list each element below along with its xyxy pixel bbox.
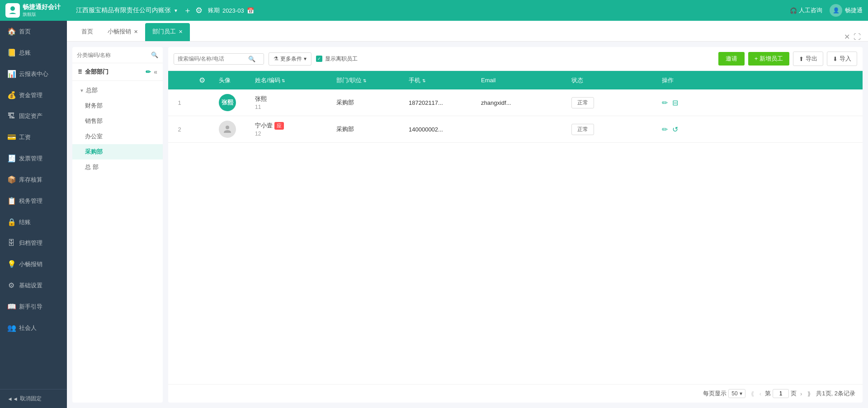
service-label: 人工咨询	[799, 6, 822, 14]
dept-sort-icon[interactable]: ⇅	[363, 79, 367, 83]
search-icon[interactable]: 🔍	[248, 56, 255, 62]
cancel-fixed-button[interactable]: ◄◄ 取消固定	[0, 389, 67, 408]
employee-table-container: ⚙ 头像 姓名/编码 ⇅ 部门/职位 ⇅	[168, 71, 863, 384]
status-badge: 正常	[571, 97, 594, 108]
user-avatar: 👤	[830, 4, 842, 17]
import-button[interactable]: ⬇ 导入	[827, 52, 857, 66]
dept-item-office[interactable]: 办公室	[72, 129, 163, 144]
user-area[interactable]: 👤 畅捷通	[830, 4, 863, 17]
export-button[interactable]: ⬆ 导出	[793, 52, 823, 66]
dept-item-hq2[interactable]: 总 部	[72, 159, 163, 175]
sidebar-item-tax[interactable]: 📋 税务管理	[0, 190, 67, 211]
edit-employee-button[interactable]: ✏	[662, 125, 668, 134]
dept-item-hq-parent[interactable]: ▼ 总部	[72, 83, 163, 98]
dept-item-purchase[interactable]: 采购部	[72, 144, 163, 159]
company-selector[interactable]: 江西服宝精品有限责任公司内账张 ▼	[76, 6, 178, 14]
dept-item-sales[interactable]: 销售部	[72, 113, 163, 129]
sidebar-label-archive: 归档管理	[19, 239, 42, 247]
company-dropdown-arrow: ▼	[174, 8, 178, 13]
col-status: 状态	[566, 71, 656, 89]
dept-search-icon[interactable]: 🔍	[151, 52, 158, 58]
archive-icon: 🗄	[7, 239, 15, 247]
more-employee-button[interactable]: ↺	[672, 125, 678, 134]
header-right: 🎧 人工咨询 👤 畅捷通	[790, 4, 863, 17]
avatar: 张熙	[219, 94, 236, 111]
sidebar-item-invoice[interactable]: 🧾 发票管理	[0, 148, 67, 169]
period-value[interactable]: 2023-03	[222, 7, 244, 14]
logo-icon	[5, 3, 20, 18]
cell-avatar: 张熙	[213, 89, 250, 116]
collapse-dept-icon[interactable]: «	[154, 68, 157, 75]
cell-actions: ✏↺	[656, 116, 863, 143]
tab-expense-close[interactable]: ✕	[134, 29, 138, 35]
top-header: 畅捷通好会计 旗舰版 江西服宝精品有限责任公司内账张 ▼ ＋ ⚙ 账期 2023…	[0, 0, 868, 21]
edit-employee-button[interactable]: ✏	[662, 98, 668, 107]
col-dept[interactable]: 部门/职位 ⇅	[331, 71, 403, 89]
last-page-button[interactable]: ⟫	[806, 389, 812, 398]
sidebar-label-tax: 税务管理	[19, 197, 42, 205]
add-button[interactable]: ＋	[184, 5, 192, 16]
maximize-window-button[interactable]: ⛶	[854, 33, 861, 41]
sidebar-item-reports[interactable]: 📊 云报表中心	[0, 63, 67, 84]
sidebar-item-expense[interactable]: 💡 小畅报销	[0, 253, 67, 275]
filter-arrow-icon: ▾	[304, 56, 307, 62]
employee-toolbar: 🔍 ⚗ 更多条件 ▾ ✓ 显示离职员工 邀请 + 新增员工	[168, 47, 863, 71]
page-size-dropdown[interactable]: 50 ▾	[728, 389, 745, 398]
sidebar-item-close[interactable]: 🔒 结账	[0, 211, 67, 233]
all-depts-label[interactable]: 全部部门	[85, 68, 108, 76]
sidebar-item-payroll[interactable]: 💳 工资	[0, 127, 67, 148]
company-name: 江西服宝精品有限责任公司内账张	[76, 6, 171, 14]
name-sort-icon[interactable]: ⇅	[282, 79, 285, 83]
service-button[interactable]: 🎧 人工咨询	[790, 6, 822, 14]
sidebar-item-inventory[interactable]: 📦 库存核算	[0, 169, 67, 190]
filter-button[interactable]: ⚗ 更多条件 ▾	[269, 52, 311, 66]
action-buttons: ✏↺	[662, 125, 857, 134]
phone-sort-icon[interactable]: ⇅	[422, 79, 426, 83]
sidebar-item-guide[interactable]: 📖 新手引导	[0, 296, 67, 317]
first-page-button[interactable]: ⟪	[749, 389, 756, 398]
expand-hq-icon: ▼	[80, 88, 84, 93]
status-badge: 正常	[571, 124, 594, 135]
sidebar-item-archive[interactable]: 🗄 归档管理	[0, 233, 67, 253]
show-resigned-toggle[interactable]: ✓ 显示离职员工	[316, 55, 358, 63]
close-window-button[interactable]: ✕	[844, 33, 850, 41]
col-settings-icon[interactable]: ⚙	[199, 76, 205, 84]
col-settings[interactable]: ⚙	[191, 71, 213, 89]
sidebar-item-assets[interactable]: 🏗 固定资产	[0, 106, 67, 127]
calendar-icon[interactable]: 📅	[247, 7, 254, 14]
settings-button[interactable]: ⚙	[195, 5, 203, 15]
sidebar-item-funds[interactable]: 💰 资金管理	[0, 84, 67, 106]
tab-expense[interactable]: 小畅报销 ✕	[100, 23, 145, 41]
dept-header: ⠿ 全部部门 ✏ «	[72, 63, 163, 81]
next-page-button[interactable]: ›	[798, 389, 804, 398]
employee-panel: 🔍 ⚗ 更多条件 ▾ ✓ 显示离职员工 邀请 + 新增员工	[168, 47, 863, 403]
more-employee-button[interactable]: ⊟	[672, 98, 678, 107]
tab-dept-close[interactable]: ✕	[179, 29, 183, 35]
content-area: 首页 小畅报销 ✕ 部门员工 ✕ ✕ ⛶ 🔍	[67, 21, 868, 408]
employee-search-input[interactable]	[178, 56, 245, 62]
main-layout: 🏠 首页 📒 总账 📊 云报表中心 💰 资金管理 🏗 固定资产 💳 工资 🧾 发…	[0, 21, 868, 408]
sidebar-label-reports: 云报表中心	[19, 70, 48, 78]
sidebar-item-settings[interactable]: ⚙ 基础设置	[0, 275, 67, 296]
show-resigned-checkbox[interactable]: ✓	[316, 56, 322, 62]
period-label: 账期	[208, 6, 220, 14]
cell-actions: ✏⊟	[656, 89, 863, 116]
sidebar-label-expense: 小畅报销	[19, 260, 42, 268]
dept-item-finance[interactable]: 财务部	[72, 98, 163, 113]
partners-icon: 👥	[7, 324, 15, 332]
headset-icon: 🎧	[790, 7, 797, 14]
sidebar-item-home[interactable]: 🏠 首页	[0, 21, 67, 42]
tab-dept[interactable]: 部门员工 ✕	[145, 23, 190, 41]
prev-page-button[interactable]: ‹	[758, 389, 763, 398]
col-name[interactable]: 姓名/编码 ⇅	[250, 71, 331, 89]
invite-button[interactable]: 邀请	[718, 52, 745, 66]
sidebar-item-partners[interactable]: 👥 社会人	[0, 317, 67, 338]
add-employee-button[interactable]: + 新增员工	[748, 52, 789, 66]
page-number-input[interactable]	[773, 389, 789, 398]
col-phone[interactable]: 手机 ⇅	[403, 71, 476, 89]
tab-home[interactable]: 首页	[74, 23, 100, 41]
sidebar-label-assets: 固定资产	[19, 112, 42, 120]
sidebar-item-ledger[interactable]: 📒 总账	[0, 42, 67, 63]
edit-dept-icon[interactable]: ✏	[146, 68, 151, 75]
dept-search-input[interactable]	[77, 52, 148, 58]
